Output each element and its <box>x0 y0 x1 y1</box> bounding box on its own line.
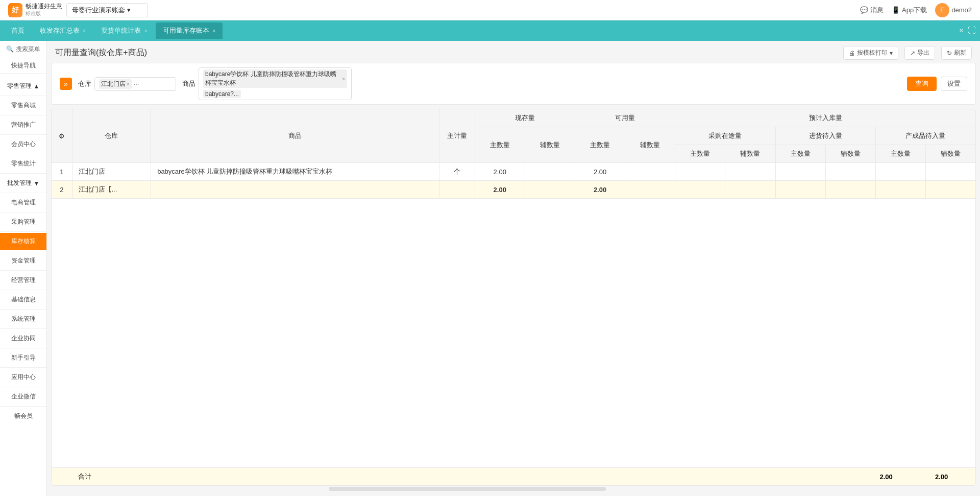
divider-2 <box>0 115 46 115</box>
fullscreen-btn[interactable]: ⛶ <box>968 26 976 35</box>
footer-stock-main: 2.00 <box>859 472 914 481</box>
divider-16 <box>0 387 46 387</box>
warehouse-tag: 江北门店 × <box>99 79 132 89</box>
refresh-label: 刷新 <box>954 49 966 57</box>
sidebar-item-finance[interactable]: 资金管理 <box>0 252 46 269</box>
gear-icon[interactable]: ⚙ <box>59 132 65 140</box>
tab-summary-close[interactable]: × <box>83 28 86 34</box>
th-incoming-main: 主数量 <box>775 145 825 163</box>
table-header-row-1: ⚙ 仓库 商品 主计量 现存量 可用量 预计入库量 <box>52 109 975 127</box>
print-chevron: ▾ <box>890 50 893 57</box>
tab-order-stat[interactable]: 要货单统计表 × <box>94 22 154 39</box>
sidebar-item-enterprise[interactable]: 企业协同 <box>0 330 46 347</box>
table-row-subtotal: 2 江北门店【... 2.00 2.00 <box>52 181 975 199</box>
horizontal-scrollbar[interactable] <box>51 486 976 492</box>
page-actions: 🖨 按模板打印 ▾ ↗ 导出 ↻ 刷新 <box>843 46 972 60</box>
cell-available-sub-1 <box>625 163 675 181</box>
logo-area: 好 畅捷通好生意 标准版 <box>8 3 62 18</box>
product-tag-1-remove[interactable]: × <box>342 76 345 82</box>
tab-summary[interactable]: 收发存汇总表 × <box>33 22 93 39</box>
cell-purchase-main-1 <box>675 163 725 181</box>
cell-available-main-2: 2.00 <box>575 181 625 199</box>
print-label: 按模板打印 <box>857 49 888 57</box>
chat-icon: 💬 <box>860 6 868 14</box>
cell-stock-main-2: 2.00 <box>475 181 525 199</box>
sidebar-item-sys-mgmt[interactable]: 系统管理 <box>0 311 46 327</box>
cell-stock-sub-1 <box>525 163 575 181</box>
product-filter-group: 商品 babycare学饮杯 儿童防摔防撞吸管杯重力球吸嘴杯宝宝水杯 × bab… <box>182 67 352 100</box>
tab-available-stock[interactable]: 可用量库存账本 × <box>156 22 223 39</box>
page-header: 可用量查询(按仓库+商品) 🖨 按模板打印 ▾ ↗ 导出 ↻ 刷新 <box>47 41 980 63</box>
sys-mgmt-label: 系统管理 <box>11 315 36 322</box>
sidebar: 🔍 搜索菜单 快捷导航 零售管理 ▲ 零售商城 营销推广 会员中心 <box>0 41 47 496</box>
warehouse-more-btn[interactable]: ··· <box>134 80 139 88</box>
footer-available-main: 2.00 <box>914 472 969 481</box>
sidebar-item-member-plus[interactable]: 畅会员 <box>0 408 46 424</box>
product-input[interactable]: babycare学饮杯 儿童防摔防撞吸管杯重力球吸嘴杯宝宝水杯 × babyca… <box>199 67 352 100</box>
divider-13 <box>0 328 46 329</box>
sidebar-item-basic-info[interactable]: 基础信息 <box>0 291 46 308</box>
cell-incoming-main-2 <box>775 181 825 199</box>
setting-btn[interactable]: 设置 <box>941 77 967 91</box>
print-btn[interactable]: 🖨 按模板打印 ▾ <box>843 46 898 60</box>
app-download-action[interactable]: 📱 App下载 <box>892 6 927 15</box>
sidebar-item-retail-stat[interactable]: 零售统计 <box>0 155 46 172</box>
filter-bar: » 仓库 江北门店 × ··· 商品 babycare学饮杯 儿童防摔防撞吸管杯… <box>51 63 976 105</box>
account-selector[interactable]: 母婴行业演示账套 ▾ <box>66 3 148 17</box>
message-action[interactable]: 💬 消息 <box>860 6 884 15</box>
finance-label: 资金管理 <box>11 257 36 264</box>
scrollbar-thumb[interactable] <box>329 487 606 491</box>
th-config: ⚙ <box>52 109 72 163</box>
sidebar-item-retail-mall[interactable]: 零售商城 <box>0 97 46 114</box>
quick-nav-label: 快捷导航 <box>11 62 36 69</box>
sidebar-item-operations[interactable]: 经营管理 <box>0 272 46 289</box>
logo-text-area: 畅捷通好生意 标准版 <box>26 3 62 18</box>
export-btn[interactable]: ↗ 导出 <box>904 46 935 60</box>
retail-mall-label: 零售商城 <box>11 102 36 109</box>
divider-1 <box>0 96 46 96</box>
query-btn[interactable]: 查询 <box>907 77 937 91</box>
sidebar-item-ecommerce[interactable]: 电商管理 <box>0 194 46 211</box>
tab-home[interactable]: 首页 <box>4 22 32 39</box>
close-all-btn[interactable]: × <box>959 26 964 35</box>
inventory-label: 库存核算 <box>11 238 36 245</box>
member-center-label: 会员中心 <box>11 140 36 148</box>
retail-mgmt-label: 零售管理 <box>7 82 32 90</box>
basic-info-label: 基础信息 <box>11 296 36 303</box>
user-action[interactable]: E demo2 <box>935 3 972 17</box>
sidebar-quick-nav[interactable]: 快捷导航 <box>0 58 46 74</box>
tab-order-stat-close[interactable]: × <box>144 28 147 34</box>
footer-empty-3 <box>823 472 859 481</box>
cell-product-2 <box>151 181 439 199</box>
tab-available-stock-close[interactable]: × <box>212 28 215 34</box>
warehouse-tag-remove[interactable]: × <box>127 81 130 87</box>
th-produced-main: 主数量 <box>875 145 925 163</box>
th-warehouse: 仓库 <box>72 109 151 163</box>
cell-available-main-1: 2.00 <box>575 163 625 181</box>
sidebar-item-retail-mgmt[interactable]: 零售管理 ▲ <box>0 78 46 95</box>
cell-num-1: 1 <box>52 163 72 181</box>
expand-filter-btn[interactable]: » <box>60 78 72 90</box>
refresh-btn[interactable]: ↻ 刷新 <box>941 46 972 60</box>
sidebar-item-inventory[interactable]: 库存核算 <box>0 233 46 250</box>
sidebar-item-member-center[interactable]: 会员中心 <box>0 136 46 153</box>
operations-label: 经营管理 <box>11 276 36 284</box>
sidebar-item-marketing[interactable]: 营销推广 <box>0 116 46 133</box>
warehouse-filter-group: 仓库 江北门店 × ··· <box>78 77 176 91</box>
cell-incoming-main-1 <box>775 163 825 181</box>
warehouse-input[interactable]: 江北门店 × ··· <box>94 77 176 91</box>
refresh-icon: ↻ <box>947 50 952 57</box>
sidebar-item-purchase-mgmt[interactable]: 采购管理 <box>0 214 46 230</box>
cell-incoming-sub-1 <box>825 163 875 181</box>
wechat-work-label: 企业微信 <box>11 393 36 400</box>
tab-available-stock-label: 可用量库存账本 <box>163 26 209 35</box>
sidebar-item-guide[interactable]: 新手引导 <box>0 349 46 366</box>
sidebar-item-wholesale-mgmt[interactable]: 批发管理 ▼ <box>0 175 46 192</box>
product-tag-1-text: babycare学饮杯 儿童防摔防撞吸管杯重力球吸嘴杯宝宝水杯 <box>205 70 341 87</box>
sidebar-item-app-center[interactable]: 应用中心 <box>0 369 46 386</box>
sidebar-search[interactable]: 🔍 搜索菜单 <box>0 41 46 58</box>
divider-12 <box>0 309 46 310</box>
top-bar-right: 💬 消息 📱 App下载 E demo2 <box>860 3 972 17</box>
sidebar-item-wechat-work[interactable]: 企业微信 <box>0 388 46 405</box>
retail-stat-label: 零售统计 <box>11 160 36 167</box>
